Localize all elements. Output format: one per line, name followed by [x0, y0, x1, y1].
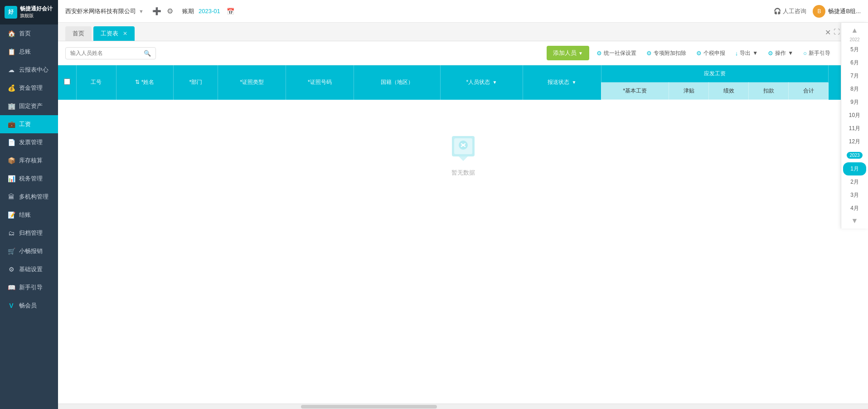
- sidebar-item-guide[interactable]: 📖 新手引导: [0, 278, 58, 297]
- topbar: 西安虾米网络科技有限公司 ▼ ➕ ⚙ 账期 2023-01 📅 🎧 人工咨询 B…: [58, 0, 868, 23]
- cal-month-12[interactable]: 12月: [841, 135, 868, 148]
- header-nationality: 国籍（地区）: [354, 65, 440, 100]
- add-dropdown-icon: ▼: [578, 51, 583, 56]
- vip-icon: V: [7, 302, 15, 309]
- assets-icon: 🏢: [7, 102, 15, 110]
- cal-month-7[interactable]: 7月: [841, 69, 868, 83]
- toolbar: 🔍 添加人员 ▼ ⚙ 统一社保设置 ⚙ 专项附加扣除 ⚙ 个税申报: [58, 41, 868, 65]
- header-submit-status: 报送状态 ▼: [523, 65, 601, 100]
- export-btn[interactable]: ↓ 导出 ▼: [732, 48, 761, 59]
- archive-icon: 🗂: [7, 229, 15, 237]
- tabbar: 首页 工资表 ✕: [58, 23, 868, 41]
- header-base-salary: *基本工资: [601, 83, 669, 100]
- cal-month-10[interactable]: 10月: [841, 109, 868, 122]
- header-id-type: *证照类型: [218, 65, 286, 100]
- sidebar-item-fixed-assets[interactable]: 🏢 固定资产: [0, 97, 58, 115]
- cal-month-3[interactable]: 3月: [841, 189, 868, 202]
- tab-home[interactable]: 首页: [65, 26, 92, 41]
- guide-btn[interactable]: ○ 新手引导: [800, 48, 833, 59]
- cal-month-1[interactable]: 1月: [843, 162, 866, 175]
- sidebar-nav: 🏠 首页 📋 总账 ☁ 云报表中心 💰 资金管理 🏢 固定资产 💼 工资 📄 发…: [0, 24, 58, 409]
- header-total: 合计: [789, 83, 829, 100]
- sidebar-item-fund[interactable]: 💰 资金管理: [0, 79, 58, 97]
- logo-icon: 好: [5, 6, 17, 19]
- company-selector[interactable]: 西安虾米网络科技有限公司 ▼: [65, 7, 147, 15]
- home-icon: 🏠: [7, 30, 15, 37]
- sidebar-item-settings[interactable]: ⚙ 基础设置: [0, 260, 58, 278]
- sidebar: 好 畅捷通好会计 旗舰版 🏠 首页 📋 总账 ☁ 云报表中心 💰 资金管理 🏢 …: [0, 0, 58, 409]
- invoice-icon: 📄: [7, 139, 15, 146]
- scrollbar-thumb[interactable]: [301, 405, 437, 409]
- topbar-right: 🎧 人工咨询 B 畅捷通B组...: [774, 5, 861, 18]
- cal-month-8[interactable]: 8月: [841, 83, 868, 96]
- tab-close-icon[interactable]: ✕: [123, 30, 127, 37]
- tax-report-btn[interactable]: ⚙ 个税申报: [693, 48, 728, 59]
- add-company-icon[interactable]: ➕: [151, 6, 162, 16]
- search-icon: 🔍: [144, 50, 151, 57]
- social-insurance-btn[interactable]: ⚙ 统一社保设置: [594, 48, 639, 59]
- cal-month-4[interactable]: 4月: [841, 202, 868, 215]
- sidebar-item-label: 基础设置: [19, 265, 43, 273]
- sidebar-item-vip[interactable]: V 畅会员: [0, 297, 58, 315]
- expense-icon: 🛒: [7, 248, 15, 255]
- sidebar-item-multi-org[interactable]: 🏛 多机构管理: [0, 188, 58, 206]
- cal-up-icon[interactable]: ▲: [849, 24, 860, 36]
- cal-year-2022: 2022: [849, 36, 859, 43]
- sidebar-item-payroll[interactable]: 💼 工资: [0, 115, 58, 133]
- logo-text-block: 畅捷通好会计 旗舰版: [20, 5, 53, 19]
- service-label: 人工咨询: [783, 7, 806, 15]
- personnel-filter-icon[interactable]: ▼: [493, 80, 497, 85]
- sidebar-item-tax[interactable]: 📊 税务管理: [0, 170, 58, 188]
- export-arrow-icon: ▼: [752, 50, 758, 56]
- cal-month-9[interactable]: 9月: [841, 96, 868, 109]
- app-logo: 好 畅捷通好会计 旗舰版: [0, 0, 58, 24]
- deduction-label: 专项附加扣除: [654, 49, 686, 57]
- header-employee-id: 工号: [76, 65, 116, 100]
- content-area: 🔍 添加人员 ▼ ⚙ 统一社保设置 ⚙ 专项附加扣除 ⚙ 个税申报: [58, 41, 868, 409]
- deduction-btn[interactable]: ⚙ 专项附加扣除: [644, 48, 689, 59]
- sidebar-item-close-period[interactable]: 📝 结账: [0, 206, 58, 224]
- toolbar-right: 添加人员 ▼ ⚙ 统一社保设置 ⚙ 专项附加扣除 ⚙ 个税申报 ↓ 导出: [547, 46, 861, 60]
- sidebar-item-label: 归档管理: [19, 229, 43, 237]
- operations-btn[interactable]: ⚙ 操作 ▼: [765, 48, 796, 59]
- company-settings-icon[interactable]: ⚙: [166, 6, 174, 16]
- calendar-panel: ▲ 2022 5月 6月 7月 8月 9月 10月 11月 12月 2023 1…: [841, 23, 868, 229]
- cal-year-label: 2023: [847, 152, 862, 159]
- deduction-icon: ⚙: [646, 50, 652, 57]
- add-person-button[interactable]: 添加人员 ▼: [547, 46, 589, 60]
- user-info[interactable]: B 畅捷通B组...: [813, 5, 861, 18]
- cal-month-5[interactable]: 5月: [841, 43, 868, 56]
- cal-month-2[interactable]: 2月: [841, 175, 868, 189]
- header-checkbox-col: [58, 65, 76, 100]
- org-icon: 🏛: [7, 193, 15, 200]
- service-btn[interactable]: 🎧 人工咨询: [774, 7, 806, 15]
- tax-report-label: 个税申报: [703, 49, 725, 57]
- table-scrollbar[interactable]: [58, 404, 868, 409]
- panel-maximize-icon[interactable]: ⛶: [834, 28, 840, 37]
- calendar-icon[interactable]: 📅: [227, 8, 234, 15]
- sidebar-item-label: 多机构管理: [19, 193, 48, 201]
- user-avatar: B: [813, 5, 825, 18]
- period-label: 账期: [182, 7, 194, 15]
- header-id-number: *证照号码: [286, 65, 354, 100]
- cal-month-6[interactable]: 6月: [841, 56, 868, 69]
- topbar-actions: ➕ ⚙: [151, 6, 174, 16]
- header-allowance: 津贴: [669, 83, 709, 100]
- select-all-checkbox[interactable]: [64, 78, 70, 85]
- sidebar-item-home[interactable]: 🏠 首页: [0, 24, 58, 43]
- sidebar-item-inventory[interactable]: 📦 库存核算: [0, 151, 58, 170]
- search-input[interactable]: [70, 50, 141, 56]
- sidebar-item-archive[interactable]: 🗂 归档管理: [0, 224, 58, 242]
- sidebar-item-ledger[interactable]: 📋 总账: [0, 43, 58, 61]
- sidebar-item-expense[interactable]: 🛒 小畅报销: [0, 242, 58, 260]
- cal-month-11[interactable]: 11月: [841, 122, 868, 135]
- period-value[interactable]: 2023-01: [199, 8, 220, 15]
- sidebar-item-invoice[interactable]: 📄 发票管理: [0, 133, 58, 151]
- add-person-label: 添加人员: [553, 49, 577, 57]
- panel-close-icon[interactable]: ✕: [825, 28, 831, 37]
- tab-payroll[interactable]: 工资表 ✕: [93, 26, 135, 41]
- cal-down-icon[interactable]: ▼: [849, 215, 860, 227]
- cloud-icon: ☁: [7, 66, 15, 73]
- sidebar-item-cloud-report[interactable]: ☁ 云报表中心: [0, 61, 58, 79]
- submit-filter-icon[interactable]: ▼: [572, 80, 577, 85]
